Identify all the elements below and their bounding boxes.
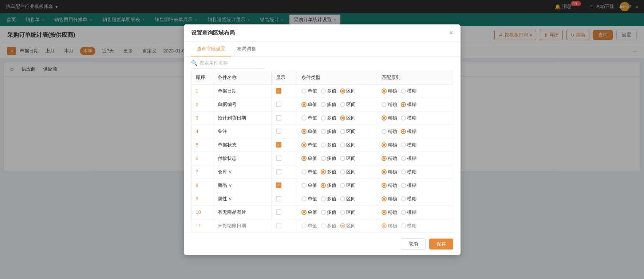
row6-match-rule: 精确 模糊 — [377, 152, 450, 165]
row2-range-radio[interactable]: 区间 — [340, 101, 356, 108]
row4-checkbox[interactable] — [276, 129, 281, 134]
row4-multi-radio[interactable]: 多值 — [321, 128, 336, 135]
row6-range-radio[interactable]: 区间 — [340, 155, 356, 162]
row6-single-radio[interactable]: 单值 — [301, 155, 317, 162]
row7-exact-radio[interactable]: 精确 — [382, 169, 397, 175]
row3-exact-radio[interactable]: 精确 — [382, 115, 397, 121]
row9-exact-radio[interactable]: 精确 — [382, 196, 397, 202]
row2-multi-radio[interactable]: 多值 — [321, 101, 336, 108]
row3-multi-radio[interactable]: 多值 — [321, 115, 336, 121]
row10-exact-radio[interactable]: 精确 — [382, 209, 397, 216]
row8-multi-radio[interactable]: 多值 — [321, 182, 336, 189]
row8-range-radio[interactable]: 区间 — [340, 182, 356, 189]
row7-range-radio[interactable]: 区间 — [340, 169, 356, 175]
row1-exact-radio[interactable]: 精确 — [382, 88, 397, 94]
row11-display[interactable] — [272, 219, 297, 232]
row3-single-radio[interactable]: 单值 — [301, 115, 317, 121]
row3-display[interactable] — [272, 111, 297, 125]
row1-order: 1 — [191, 85, 213, 98]
row5-checkbox[interactable] — [276, 142, 281, 148]
row1-checkbox[interactable] — [276, 88, 281, 94]
row11-multi-radio[interactable]: 多值 — [321, 223, 336, 229]
row9-single-radio[interactable]: 单值 — [301, 196, 317, 202]
row10-display[interactable] — [272, 206, 297, 219]
row7-checkbox[interactable] — [276, 169, 281, 174]
row4-display[interactable] — [272, 125, 297, 138]
row5-display[interactable] — [272, 138, 297, 152]
row10-fuzzy-radio[interactable]: 模糊 — [401, 209, 416, 216]
row10-single-radio[interactable]: 单值 — [301, 209, 317, 216]
row4-fuzzy-radio[interactable]: 模糊 — [401, 128, 416, 135]
row7-single-radio[interactable]: 单值 — [301, 169, 317, 175]
row1-fuzzy-radio[interactable]: 模糊 — [401, 88, 416, 94]
row3-checkbox[interactable] — [276, 115, 281, 121]
table-row: 6 付款状态 单值 多值 — [191, 152, 453, 165]
modal-close-btn[interactable]: × — [449, 30, 453, 36]
row8-single-radio[interactable]: 单值 — [301, 182, 317, 189]
row9-display[interactable] — [272, 192, 297, 205]
row6-fuzzy-radio[interactable]: 模糊 — [401, 155, 416, 162]
row5-exact-radio[interactable]: 精确 — [382, 142, 397, 148]
row5-condition-type: 单值 多值 区间 — [297, 138, 377, 152]
row8-checkbox[interactable] — [276, 182, 281, 188]
search-icon: 🔍 — [191, 60, 197, 66]
row6-checkbox[interactable] — [276, 156, 281, 161]
row1-single-radio[interactable]: 单值 — [301, 88, 317, 94]
row10-match-rule: 精确 模糊 — [377, 206, 450, 219]
row9-checkbox[interactable] — [276, 196, 281, 201]
row2-fuzzy-radio[interactable]: 模糊 — [401, 101, 416, 108]
row6-multi-radio[interactable]: 多值 — [321, 155, 336, 162]
save-btn[interactable]: 保存 — [429, 239, 453, 249]
row8-range-circle — [340, 183, 345, 188]
row10-range-radio[interactable]: 区间 — [340, 209, 356, 216]
row4-range-radio[interactable]: 区间 — [340, 128, 356, 135]
row3-fuzzy-radio[interactable]: 模糊 — [401, 115, 416, 121]
row11-single-radio[interactable]: 单值 — [301, 223, 317, 229]
row5-multi-radio[interactable]: 多值 — [321, 142, 336, 148]
row7-fuzzy-radio[interactable]: 模糊 — [401, 169, 416, 175]
row8-fuzzy-radio[interactable]: 模糊 — [401, 182, 416, 189]
row6-display[interactable] — [272, 152, 297, 165]
row11-checkbox[interactable] — [276, 223, 281, 228]
row8-exact-radio[interactable]: 精确 — [382, 182, 397, 189]
row8-fuzzy-circle — [401, 183, 406, 188]
row11-fuzzy-radio[interactable]: 模糊 — [401, 223, 416, 229]
row1-multi-radio[interactable]: 多值 — [321, 88, 336, 94]
row11-exact-radio[interactable]: 精确 — [382, 223, 397, 229]
row3-condition-type: 单值 多值 区间 — [297, 111, 377, 125]
row5-single-circle — [301, 142, 307, 148]
search-input[interactable] — [199, 60, 258, 66]
row11-single-circle — [301, 223, 307, 228]
modal-tab-query-fields[interactable]: 查询字段设置 — [191, 42, 231, 56]
row2-exact-radio[interactable]: 精确 — [382, 101, 397, 108]
row10-condition-type: 单值 多值 区间 — [297, 206, 377, 219]
table-row: 5 单据状态 单值 多值 — [191, 138, 453, 152]
row5-single-radio[interactable]: 单值 — [301, 142, 317, 148]
row8-name: 商品 ∨ — [213, 179, 272, 192]
row1-condition-type: 单值 多值 区间 — [297, 85, 377, 98]
row1-display[interactable] — [272, 85, 297, 98]
row5-range-radio[interactable]: 区间 — [340, 142, 356, 148]
row5-fuzzy-radio[interactable]: 模糊 — [401, 142, 416, 148]
row10-multi-radio[interactable]: 多值 — [321, 209, 336, 216]
row6-exact-radio[interactable]: 精确 — [382, 155, 397, 162]
modal-tab-layout[interactable]: 布局调整 — [231, 42, 262, 56]
row3-range-radio[interactable]: 区间 — [340, 115, 356, 121]
row7-display[interactable] — [272, 165, 297, 178]
row10-checkbox[interactable] — [276, 209, 281, 215]
row8-display[interactable] — [272, 179, 297, 192]
row4-single-radio[interactable]: 单值 — [301, 128, 317, 135]
row2-display[interactable] — [272, 98, 297, 111]
row2-checkbox[interactable] — [276, 102, 281, 107]
row9-range-radio[interactable]: 区间 — [340, 196, 356, 202]
row9-multi-radio[interactable]: 多值 — [321, 196, 336, 202]
cancel-btn[interactable]: 取消 — [401, 238, 426, 250]
row9-fuzzy-radio[interactable]: 模糊 — [401, 196, 416, 202]
row11-range-radio[interactable]: 区间 — [340, 223, 356, 229]
row7-multi-radio[interactable]: 多值 — [321, 169, 336, 175]
row1-range-radio[interactable]: 区间 — [340, 88, 356, 94]
row2-single-radio[interactable]: 单值 — [301, 101, 317, 108]
row8-multi-circle — [321, 183, 326, 188]
table-row: 4 备注 单值 多值 — [191, 125, 453, 138]
row4-exact-radio[interactable]: 精确 — [382, 128, 397, 135]
